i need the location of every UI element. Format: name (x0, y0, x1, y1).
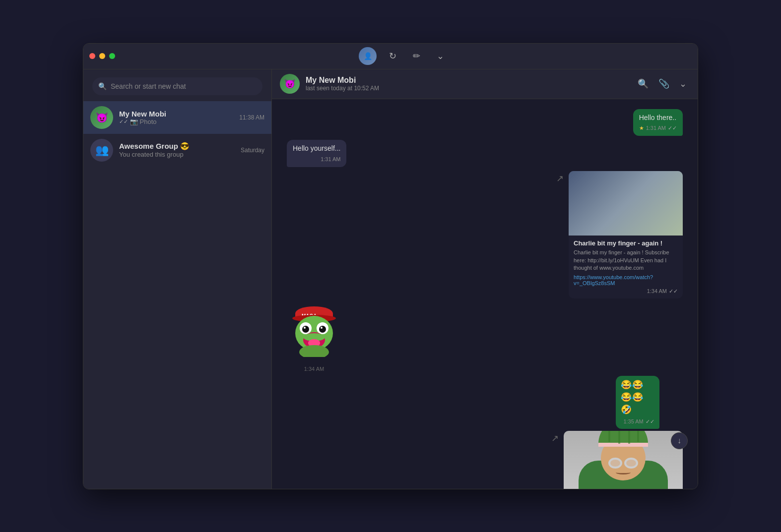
message-meta: 1:31 AM (293, 156, 340, 163)
star-icon: ★ (639, 124, 644, 132)
chat-list: 😈 My New Mobi ✓✓ 📷 Photo 11:38 AM (83, 101, 271, 489)
pepe-sticker: MAGA (287, 302, 341, 357)
chat-header-actions: 🔍 📎 ⌄ (635, 75, 690, 92)
search-bar: 🔍 (92, 77, 262, 95)
chat-info: Awesome Group 😎 You created this group (119, 142, 235, 158)
avatar: 😈 (90, 106, 113, 129)
message-row: MAGA (287, 302, 683, 372)
app-window: 👤 ↻ ✏ ⌄ 🔍 😈 (83, 43, 698, 489)
reactions-row: 😂😂😂😂🤣 1:35 AM ✓✓ (616, 376, 683, 429)
forward-icon: ↗ (549, 431, 561, 446)
svg-point-9 (304, 327, 306, 329)
photo-message: 1:36 AM ✓✓ (564, 431, 683, 489)
chat-area: 😈 My New Mobi last seen today at 10:52 A… (272, 69, 698, 489)
message-bubble: Hello yourself... 1:31 AM (287, 140, 346, 167)
title-bar-center: 👤 ↻ ✏ ⌄ (115, 47, 692, 65)
user-avatar[interactable]: 👤 (359, 47, 377, 65)
message-meta: 1:34 AM ✓✓ (574, 288, 678, 295)
sticker-time: 1:34 AM (304, 366, 324, 372)
photo-message-group: 😂😂😂😂🤣 1:35 AM ✓✓ ↗ (287, 376, 683, 489)
sticker: MAGA (287, 302, 341, 364)
chat-area-wrapper: 😈 My New Mobi last seen today at 10:52 A… (272, 69, 698, 489)
forward-icon: ↗ (554, 171, 566, 186)
svg-point-10 (321, 327, 323, 329)
read-tick: ✓✓ (669, 288, 678, 295)
sticker-message: MAGA (287, 302, 341, 372)
chat-time: Saturday (241, 147, 264, 154)
chat-preview: You created this group (119, 151, 235, 158)
message-time: 1:31 AM (646, 124, 666, 132)
traffic-lights (89, 53, 115, 59)
refresh-button[interactable]: ↻ (385, 48, 400, 64)
video-card: ▶ Charlie bit my finger - again ! Charli… (569, 171, 683, 298)
message-time: 1:31 AM (321, 156, 340, 163)
photo-row: ↗ (549, 431, 683, 489)
chat-header: 😈 My New Mobi last seen today at 10:52 A… (272, 69, 698, 99)
message-bubble: Hello there.. ★ 1:31 AM ✓✓ (633, 109, 683, 136)
more-options-button[interactable]: ⌄ (676, 75, 690, 92)
maximize-button[interactable] (109, 53, 115, 59)
message-row: Hello there.. ★ 1:31 AM ✓✓ (287, 109, 683, 136)
svg-point-7 (302, 326, 309, 333)
search-icon: 🔍 (98, 82, 107, 90)
main-content: 🔍 😈 My New Mobi ✓✓ (83, 69, 698, 489)
video-thumbnail: ▶ (569, 171, 683, 236)
emoji-reactions: 😂😂😂😂🤣 (621, 380, 644, 414)
contact-status: last seen today at 10:52 AM (306, 85, 629, 92)
chat-item[interactable]: 😈 My New Mobi ✓✓ 📷 Photo 11:38 AM (83, 101, 271, 134)
message-time: 1:35 AM (623, 418, 643, 425)
compose-button[interactable]: ✏ (408, 48, 424, 64)
video-info: Charlie bit my finger - again ! Charlie … (569, 236, 683, 298)
avatar: 👥 (90, 139, 113, 162)
chat-name: Awesome Group 😎 (119, 142, 235, 151)
video-link[interactable]: https://www.youtube.com/watch?v=_OBlgSz8… (574, 274, 678, 286)
chat-item[interactable]: 👥 Awesome Group 😎 You created this group… (83, 134, 271, 167)
svg-point-8 (319, 326, 326, 333)
read-tick: ✓✓ (668, 124, 677, 132)
attach-button[interactable]: 📎 (655, 75, 672, 92)
contact-name: My New Mobi (306, 76, 629, 85)
chat-time: 11:38 AM (239, 114, 264, 121)
message-meta: ★ 1:31 AM ✓✓ (639, 124, 677, 132)
message-row: Hello yourself... 1:31 AM (287, 140, 683, 167)
search-messages-button[interactable]: 🔍 (635, 75, 651, 92)
chat-info: My New Mobi ✓✓ 📷 Photo (119, 110, 233, 125)
sidebar: 🔍 😈 My New Mobi ✓✓ (83, 69, 272, 489)
search-input[interactable] (111, 82, 257, 90)
contact-avatar: 😈 (280, 74, 300, 94)
message-time: 1:34 AM (647, 288, 667, 294)
video-title: Charlie bit my finger - again ! (574, 239, 678, 247)
messages-area: Hello there.. ★ 1:31 AM ✓✓ Hello yoursel… (272, 99, 698, 489)
menu-chevron-button[interactable]: ⌄ (432, 48, 448, 64)
photo-container (564, 431, 683, 489)
contact-info: My New Mobi last seen today at 10:52 AM (306, 76, 629, 92)
video-description: Charlie bit my finger - again ! Subscrib… (574, 249, 678, 272)
message-meta: 1:35 AM ✓✓ (621, 418, 654, 425)
chat-name: My New Mobi (119, 110, 233, 118)
message-row: ↗ ▶ Charlie bit my finger - again ! Char… (287, 171, 683, 298)
read-tick: ✓✓ (646, 418, 654, 425)
scroll-down-button[interactable]: ↓ (671, 432, 688, 449)
reactions-bubble: 😂😂😂😂🤣 1:35 AM ✓✓ (616, 376, 659, 429)
close-button[interactable] (89, 53, 95, 59)
chat-preview: ✓✓ 📷 Photo (119, 118, 233, 125)
minimize-button[interactable] (99, 53, 105, 59)
title-bar: 👤 ↻ ✏ ⌄ (83, 44, 698, 69)
